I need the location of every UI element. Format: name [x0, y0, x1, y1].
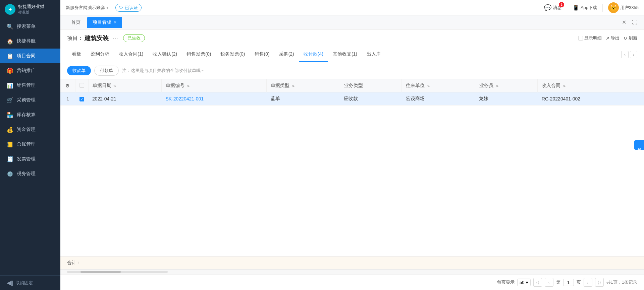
search-icon: 🔍	[7, 23, 13, 30]
prev-page-button[interactable]: ‹	[545, 278, 553, 287]
tab-bar: 首页 项目看板 ✕ ✕ ⛶	[60, 15, 644, 29]
col-setting[interactable]: ⚙	[60, 79, 75, 92]
sidebar-item-quick-nav[interactable]: 🏠 快捷导航	[0, 34, 60, 49]
sidebar-item-tax[interactable]: ⚙️ 税务管理	[0, 166, 60, 181]
status-badge: 已生效	[123, 34, 145, 42]
top-right-actions: 💬 消息 1 📱 App下载 🐱 用户3355	[544, 2, 639, 13]
payment-filter-button[interactable]: 付款单	[94, 66, 119, 76]
unpin-icon: ◀‖	[7, 280, 13, 286]
project-more-icon[interactable]: ···	[113, 35, 119, 41]
sidebar-item-finance[interactable]: 💰 资金管理	[0, 122, 60, 137]
sub-tab-income-confirm[interactable]: 收入确认(2)	[148, 47, 182, 62]
sub-tab-income-confirm-label: 收入确认(2)	[153, 51, 177, 57]
refresh-label: 刷新	[629, 35, 637, 41]
horizontal-scrollbar[interactable]	[67, 271, 168, 273]
sub-tab-sales-invoice[interactable]: 销售发票(0)	[182, 47, 216, 62]
sidebar-logo: ✦ 畅捷通好业财 标准版	[0, 0, 60, 19]
sidebar: ✦ 畅捷通好业财 标准版 🔍 搜索菜单 🏠 快捷导航 📋 项目合同 🎁 营销推广…	[0, 0, 60, 290]
sidebar-item-inventory[interactable]: 🏪 库存核算	[0, 107, 60, 122]
col-date[interactable]: 单据日期 ⇅	[88, 79, 161, 92]
sidebar-item-label: 资金管理	[17, 127, 36, 133]
sort-icon-partner: ⇅	[427, 84, 430, 88]
logo-icon: ✦	[5, 4, 15, 15]
sub-tab-tax-invoice[interactable]: 税务发票(0)	[216, 47, 250, 62]
tab-project-board[interactable]: 项目看板 ✕	[87, 17, 122, 28]
sub-tab-stock-in-out[interactable]: 出入库	[362, 47, 385, 62]
sub-tab-kanban[interactable]: 看板	[67, 47, 86, 62]
row-number-link[interactable]: SK-20220421-001	[165, 96, 204, 101]
col-income-contract-label: 收入合同	[542, 83, 560, 88]
sidebar-item-label: 发票管理	[17, 156, 36, 162]
sidebar-item-purchase[interactable]: 🛒 采购管理	[0, 93, 60, 107]
header-checkbox[interactable]	[79, 83, 84, 88]
project-header: 项目： 建筑安装 ··· 已生效 显示明细 ↗ 导出 ↻ 刷新	[60, 29, 644, 47]
feedback-button[interactable]: 意见反馈	[634, 140, 644, 150]
export-action[interactable]: ↗ 导出	[606, 35, 620, 41]
messages-button[interactable]: 💬 消息 1	[544, 4, 561, 11]
col-partner[interactable]: 往来单位 ⇅	[402, 79, 475, 92]
receipt-filter-button[interactable]: 收款单	[67, 66, 91, 75]
sort-icon-date: ⇅	[113, 84, 116, 88]
table-row[interactable]: 1 ✓ 2022-04-21 SK-20220421-001 蓝单 应收款 宏茂	[60, 92, 644, 105]
sub-tab-income-contract[interactable]: 收入合同(1)	[114, 47, 148, 62]
tab-close-icon[interactable]: ✕	[113, 20, 117, 25]
show-detail-checkbox[interactable]	[578, 36, 583, 41]
sidebar-item-label: 项目合同	[17, 53, 36, 59]
row-income-contract: RC-20220401-002	[538, 92, 644, 105]
user-label: 用户3355	[620, 5, 639, 11]
maximize-window-button[interactable]: ⛶	[631, 18, 639, 26]
user-menu[interactable]: 🐱 用户3355	[608, 2, 639, 13]
row-checkbox[interactable]: ✓	[79, 97, 84, 101]
messages-badge: 1	[559, 2, 564, 7]
refresh-action[interactable]: ↻ 刷新	[624, 35, 637, 41]
home-icon: 🏠	[7, 38, 13, 45]
sidebar-item-marketing[interactable]: 🎁 营销推广	[0, 63, 60, 78]
show-detail-action[interactable]: 显示明细	[578, 35, 602, 41]
sub-tabs: 看板 盈利分析 收入合同(1) 收入确认(2) 销售发票(0) 税务发票(0) …	[60, 47, 644, 62]
sub-tab-receipts[interactable]: 收付款(4)	[299, 47, 328, 62]
col-number[interactable]: 单据编号 ⇅	[161, 79, 267, 92]
footer-label: 合计：	[67, 260, 81, 266]
top-header: 新服务官网演示账套 ▾ 🛡 已认证 💬 消息 1 📱 App下载 🐱	[60, 0, 644, 15]
close-window-button[interactable]: ✕	[620, 18, 628, 26]
sort-icon-number: ⇅	[187, 84, 190, 88]
ledger-icon: 📒	[7, 141, 13, 148]
scrollbar-thumb[interactable]	[80, 271, 121, 273]
page-size-select[interactable]: 50 ▾	[517, 279, 530, 286]
col-salesperson[interactable]: 业务员 ⇅	[475, 79, 538, 92]
sub-tab-profit[interactable]: 盈利分析	[86, 47, 114, 62]
sidebar-item-project-contract[interactable]: 📋 项目合同	[0, 49, 60, 63]
sub-tab-sales[interactable]: 销售(0)	[250, 47, 274, 62]
logo-title: 畅捷通好业财	[18, 4, 44, 10]
sidebar-item-sales[interactable]: 📊 销售管理	[0, 78, 60, 93]
sidebar-item-ledger[interactable]: 📒 总账管理	[0, 137, 60, 152]
shield-icon: 🛡	[119, 5, 123, 10]
sub-tab-purchase[interactable]: 采购(2)	[274, 47, 299, 62]
app-download-label: App下载	[581, 5, 597, 11]
tab-home[interactable]: 首页	[66, 17, 86, 28]
sidebar-item-search[interactable]: 🔍 搜索菜单	[0, 19, 60, 34]
sub-tab-other-expense[interactable]: 其他收支(1)	[328, 47, 362, 62]
project-name: 建筑安装	[85, 34, 109, 42]
row-checkbox-cell[interactable]: ✓	[75, 92, 88, 105]
phone-icon: 📱	[573, 4, 579, 11]
page-number-input[interactable]	[563, 279, 574, 286]
filter-bar: 收款单 付款单 注：这里是与项目关联的全部收付款单哦～	[60, 62, 644, 79]
row-number[interactable]: SK-20220421-001	[161, 92, 267, 105]
col-income-contract[interactable]: 收入合同 ⇅	[538, 79, 644, 92]
account-selector[interactable]: 新服务官网演示账套 ▾	[66, 5, 110, 11]
last-page-button[interactable]: ⟩⟩	[595, 278, 604, 287]
account-name: 新服务官网演示账套	[66, 5, 105, 11]
sub-tab-prev-arrow[interactable]: ‹	[621, 51, 629, 58]
next-page-button[interactable]: ›	[584, 278, 592, 287]
app-download-button[interactable]: 📱 App下载	[573, 4, 597, 11]
sidebar-item-label: 采购管理	[17, 97, 36, 103]
sub-tab-next-arrow[interactable]: ›	[630, 51, 637, 58]
first-page-button[interactable]: ⟨⟨	[533, 278, 542, 287]
col-type[interactable]: 单据类型 ⇅	[267, 79, 340, 92]
warehouse-icon: 🏪	[7, 112, 13, 118]
project-actions: 显示明细 ↗ 导出 ↻ 刷新	[578, 35, 637, 41]
col-number-label: 单据编号	[166, 83, 184, 88]
sidebar-item-invoice[interactable]: 🧾 发票管理	[0, 152, 60, 166]
unpin-button[interactable]: ◀‖ 取消固定	[0, 275, 60, 290]
